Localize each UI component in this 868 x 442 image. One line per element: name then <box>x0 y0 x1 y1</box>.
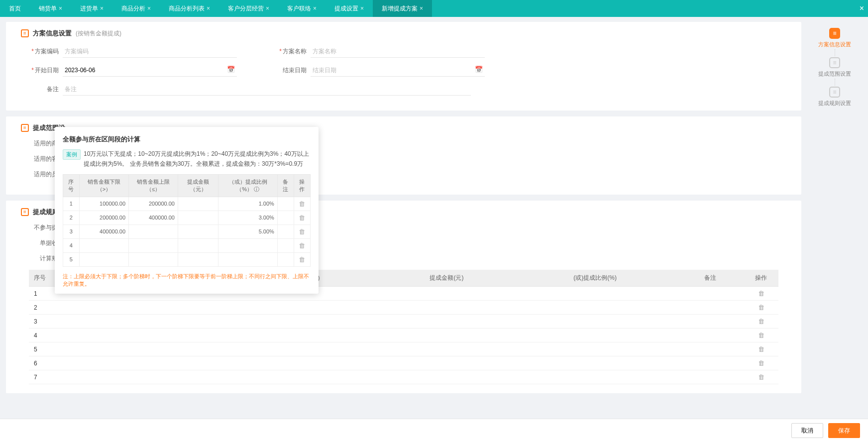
cancel-button[interactable]: 取消 <box>791 423 823 428</box>
tab-item[interactable]: 提成设置× <box>326 0 373 17</box>
tab-close-icon[interactable]: × <box>266 0 269 17</box>
calendar-icon[interactable]: 📅 <box>227 66 235 73</box>
section-icon: ≡ <box>21 208 29 216</box>
tab-close-icon[interactable]: × <box>207 0 210 17</box>
popover-note: 注：上限必须大于下限；多个阶梯时，下一个阶梯下限要等于前一阶梯上限；不同行之间下… <box>63 273 311 288</box>
code-input[interactable] <box>63 45 237 58</box>
section-plan-info: ≡ 方案信息设置 (按销售金额提成) *方案编码 *方案名称 *开始日期 <box>6 22 801 110</box>
tab-close-icon[interactable]: × <box>59 0 62 17</box>
delete-icon[interactable]: 🗑 <box>297 200 307 208</box>
table-row: 6🗑 <box>29 356 778 370</box>
table-row: 7🗑 <box>29 370 778 384</box>
example-text: 10万元以下无提成；10~20万元提成比例为1%；20~40万元提成比例为3%；… <box>84 149 311 169</box>
col-op: 操作 <box>744 270 778 287</box>
delete-icon[interactable]: 🗑 <box>749 304 773 311</box>
table-row: 2200000.00400000.003.00%🗑 <box>63 211 311 224</box>
tab-close-icon[interactable]: × <box>420 0 423 17</box>
tab-close-icon[interactable]: × <box>147 0 151 17</box>
tab-item[interactable]: 进货单× <box>71 0 112 17</box>
delete-icon[interactable]: 🗑 <box>749 290 773 297</box>
start-date-input[interactable] <box>63 64 237 77</box>
remark-input[interactable] <box>63 83 471 96</box>
tab-item[interactable]: 商品分析列表× <box>160 0 219 17</box>
end-date-label: 结束日期 <box>283 67 307 74</box>
step-item[interactable]: ≡方案信息设置 <box>818 28 851 48</box>
col-amount: 提成金额(元) <box>380 270 514 287</box>
tab-item[interactable]: 销货单× <box>30 0 71 17</box>
tab-item[interactable]: 新增提成方案× <box>373 0 432 17</box>
col-remark: 备注 <box>676 270 744 287</box>
table-row: 2🗑 <box>29 301 778 315</box>
name-input[interactable] <box>311 45 485 58</box>
delete-icon[interactable]: 🗑 <box>749 318 773 325</box>
section-subtitle: (按销售金额提成) <box>76 29 121 38</box>
code-label: 方案编码 <box>35 48 59 55</box>
step-icon: ≡ <box>829 57 840 68</box>
footer-bar: 取消 保存 <box>0 419 868 428</box>
table-row: 5🗑 <box>29 342 778 356</box>
delete-icon[interactable]: 🗑 <box>297 256 307 263</box>
col-seq: 序号 <box>29 270 54 287</box>
example-table: 序号 销售金额下限（>） 销售金额上限（≤） 提成金额（元） （或）提成比例（%… <box>63 174 311 267</box>
table-row: 3🗑 <box>29 315 778 329</box>
tab-close-icon[interactable]: × <box>100 0 104 17</box>
example-tag: 案例 <box>63 149 81 160</box>
name-label: 方案名称 <box>283 48 307 55</box>
step-icon: ≡ <box>829 87 840 98</box>
table-row: 4🗑 <box>29 329 778 342</box>
save-button[interactable]: 保存 <box>828 423 860 428</box>
tab-close-icon[interactable]: × <box>360 0 364 17</box>
delete-icon[interactable]: 🗑 <box>749 373 773 381</box>
table-row: 1100000.00200000.001.00%🗑 <box>63 197 311 211</box>
step-item[interactable]: ≡提成范围设置 <box>818 57 851 78</box>
popover-title: 全额参与所在区间段的计算 <box>63 135 311 144</box>
tab-close-icon[interactable]: × <box>313 0 317 17</box>
start-date-label: 开始日期 <box>35 67 59 74</box>
table-row: 4🗑 <box>63 238 311 252</box>
tab-item[interactable]: 商品分析× <box>112 0 160 17</box>
example-popover: 全额参与所在区间段的计算 案例 10万元以下无提成；10~20万元提成比例为1%… <box>55 127 319 294</box>
delete-icon[interactable]: 🗑 <box>297 228 307 235</box>
col-ratio: (或)提成比例(%) <box>514 270 676 287</box>
section-icon: ≡ <box>21 29 29 37</box>
delete-icon[interactable]: 🗑 <box>297 242 307 249</box>
delete-icon[interactable]: 🗑 <box>297 214 307 221</box>
info-icon: ⓘ <box>254 186 259 192</box>
tab-item[interactable]: 客户联络× <box>278 0 326 17</box>
tab-item[interactable]: 客户分层经营× <box>219 0 278 17</box>
table-row: 5🗑 <box>63 252 311 266</box>
step-item[interactable]: ≡提成规则设置 <box>818 87 851 107</box>
table-row: 3400000.005.00%🗑 <box>63 224 311 238</box>
remark-label: 备注 <box>47 86 59 93</box>
calendar-icon[interactable]: 📅 <box>475 66 483 73</box>
delete-icon[interactable]: 🗑 <box>749 332 773 339</box>
close-all-tabs-icon[interactable]: × <box>860 4 864 13</box>
section-title: 方案信息设置 <box>33 29 72 38</box>
side-steps: ≡方案信息设置≡提成范围设置≡提成规则设置 <box>807 22 862 393</box>
delete-icon[interactable]: 🗑 <box>749 345 773 353</box>
step-icon: ≡ <box>829 28 840 39</box>
end-date-input[interactable] <box>311 64 485 77</box>
tab-item[interactable]: 首页 <box>0 0 30 17</box>
delete-icon[interactable]: 🗑 <box>749 359 773 367</box>
section-icon: ≡ <box>21 124 29 132</box>
top-tabs: 首页销货单×进货单×商品分析×商品分析列表×客户分层经营×客户联络×提成设置×新… <box>0 0 868 17</box>
